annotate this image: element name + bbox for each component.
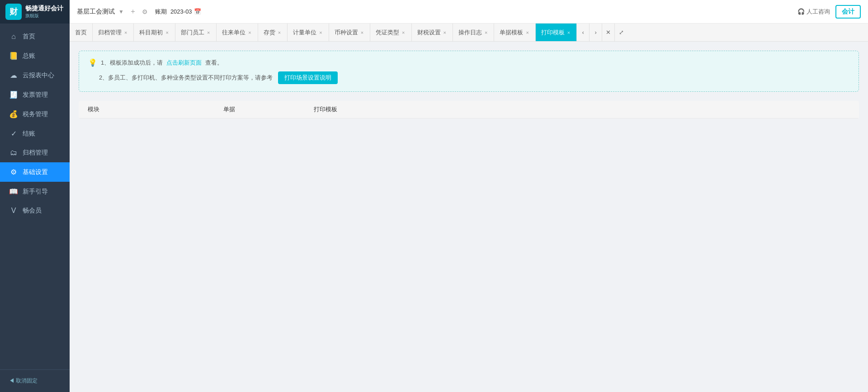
tab-close-unit[interactable]: × (318, 29, 323, 36)
expand-icon: ⤢ (619, 29, 624, 36)
logo-subtitle: 旗舰版 (25, 13, 63, 19)
tab-close-all[interactable]: ✕ (602, 24, 615, 42)
topbar: 基层工会测试 ▼ ＋ ⚙ 账期 2023-03 📅 🎧 人工咨询 会计 (70, 0, 868, 24)
tab-inventory[interactable]: 存货× (258, 24, 288, 42)
sidebar-item-invoice[interactable]: 🧾发票管理 (0, 85, 70, 104)
tab-close-subject[interactable]: × (165, 29, 169, 36)
tab-expand[interactable]: ⤢ (615, 24, 627, 42)
add-company-button[interactable]: ＋ (127, 5, 138, 18)
sidebar-item-settings[interactable]: ⚙基础设置 (0, 162, 70, 182)
sidebar-item-guide[interactable]: 📖新手引导 (0, 182, 70, 201)
info-row-2: 2、多员工、多打印机、多种业务类型设置不同打印方案等，请参考 打印场景设置说明 (88, 71, 849, 84)
tab-currency[interactable]: 币种设置× (329, 24, 370, 42)
sidebar: 财 畅捷通好会计 旗舰版 ⌂首页📒总账☁云报表中心🧾发票管理💰税务管理✓结账🗂归… (0, 0, 70, 392)
tab-close-inventory[interactable]: × (277, 29, 282, 36)
tab-unit[interactable]: 计量单位× (288, 24, 329, 42)
tab-label-home: 首页 (75, 28, 87, 37)
lightbulb-icon: 💡 (88, 58, 97, 67)
info-row-1: 💡 1、模板添加成功后，请 点击刷新页面 查看。 (88, 58, 849, 67)
calendar-icon[interactable]: 📅 (194, 8, 201, 15)
reports-icon: ☁ (9, 71, 18, 80)
kuaiji-button[interactable]: 会计 (835, 5, 861, 19)
sidebar-label-home: 首页 (23, 33, 35, 41)
archive-icon: 🗂 (9, 149, 18, 157)
tab-dept[interactable]: 部门员工× (175, 24, 217, 42)
chevron-left-icon: ‹ (582, 29, 584, 36)
period-value: 2023-03 (170, 8, 192, 15)
tab-close-archive[interactable]: × (123, 29, 128, 36)
tab-label-voucher_template: 单据模板 (500, 28, 523, 37)
tab-close-operation_log[interactable]: × (484, 29, 488, 36)
settings-icon[interactable]: ⚙ (142, 8, 148, 15)
tab-scroll-left[interactable]: ‹ (577, 24, 590, 42)
tab-close-print_template[interactable]: × (566, 29, 571, 36)
sidebar-item-home[interactable]: ⌂首页 (0, 27, 70, 46)
col-module-header: 模块 (79, 105, 214, 113)
tab-label-archive: 归档管理 (98, 28, 122, 37)
topbar-right: 🎧 人工咨询 会计 (797, 5, 861, 19)
sidebar-item-ledger[interactable]: 📒总账 (0, 46, 70, 66)
sidebar-item-close[interactable]: ✓结账 (0, 124, 70, 143)
settings-icon: ⚙ (9, 168, 18, 176)
tab-label-currency: 币种设置 (335, 28, 358, 37)
tab-print_template[interactable]: 打印模板× (536, 24, 577, 42)
info-line2-prefix: 2、多员工、多打印机、多种业务类型设置不同打印方案等，请参考 (99, 74, 273, 82)
sidebar-label-archive: 归档管理 (23, 149, 48, 157)
tab-label-voucher_type: 凭证类型 (376, 28, 399, 37)
main-content: 隐藏预置模板设置 💡 1、模板添加成功后，请 点击刷新页面 查看。 2、多员工、… (70, 42, 868, 392)
logo-text: 畅捷通好会计 旗舰版 (25, 5, 63, 19)
tab-archive[interactable]: 归档管理× (93, 24, 134, 42)
home-icon: ⌂ (9, 33, 18, 41)
tab-close-currency[interactable]: × (360, 29, 364, 36)
info-line1-suffix: 查看。 (205, 59, 223, 67)
tab-label-unit: 计量单位 (293, 28, 316, 37)
logo: 财 畅捷通好会计 旗舰版 (0, 0, 70, 24)
sidebar-item-member[interactable]: V畅会员 (0, 201, 70, 220)
tab-partner[interactable]: 往来单位× (217, 24, 258, 42)
service-button[interactable]: 🎧 人工咨询 (797, 8, 830, 16)
tab-tax_settings[interactable]: 财税设置× (412, 24, 453, 42)
service-label: 人工咨询 (807, 8, 830, 16)
tab-home[interactable]: 首页 (70, 24, 93, 42)
sidebar-label-tax: 税务管理 (23, 110, 48, 118)
tab-close-tax_settings[interactable]: × (443, 29, 447, 36)
info-box: 💡 1、模板添加成功后，请 点击刷新页面 查看。 2、多员工、多打印机、多种业务… (79, 51, 859, 92)
sidebar-item-reports[interactable]: ☁云报表中心 (0, 66, 70, 85)
tab-voucher_type[interactable]: 凭证类型× (370, 24, 411, 42)
tab-scroll-right[interactable]: › (590, 24, 602, 42)
sidebar-label-close: 结账 (23, 130, 35, 138)
tab-label-subject: 科目期初 (139, 28, 163, 37)
tab-operation_log[interactable]: 操作日志× (453, 24, 494, 42)
col-template-header: 打印模板 (305, 105, 859, 113)
tab-close-voucher_type[interactable]: × (401, 29, 406, 36)
headset-icon: 🎧 (797, 8, 805, 15)
refresh-link[interactable]: 点击刷新页面 (166, 59, 202, 67)
tab-close-voucher_template[interactable]: × (525, 29, 529, 36)
tab-subject[interactable]: 科目期初× (134, 24, 175, 42)
tab-label-inventory: 存货 (264, 28, 275, 37)
sidebar-nav: ⌂首页📒总账☁云报表中心🧾发票管理💰税务管理✓结账🗂归档管理⚙基础设置📖新手引导… (0, 24, 70, 369)
unpin-button[interactable]: ◀ 取消固定 (0, 369, 70, 392)
tab-close-partner[interactable]: × (247, 29, 252, 36)
invoice-icon: 🧾 (9, 90, 18, 99)
sidebar-label-member: 畅会员 (23, 207, 42, 215)
sidebar-label-invoice: 发票管理 (23, 91, 48, 99)
company-dropdown[interactable]: ▼ (118, 9, 124, 15)
sidebar-item-tax[interactable]: 💰税务管理 (0, 104, 70, 124)
tabbar: 首页归档管理×科目期初×部门员工×往来单位×存货×计量单位×币种设置×凭证类型×… (70, 24, 868, 42)
guide-icon: 📖 (9, 187, 18, 196)
close-all-icon: ✕ (606, 29, 611, 36)
chevron-right-icon: › (595, 29, 597, 36)
tab-voucher_template[interactable]: 单据模板× (494, 24, 535, 42)
table-header: 模块 单据 打印模板 (79, 101, 859, 118)
close-icon: ✓ (9, 129, 18, 138)
sidebar-label-ledger: 总账 (23, 52, 35, 60)
sidebar-item-archive[interactable]: 🗂归档管理 (0, 143, 70, 162)
sidebar-label-reports: 云报表中心 (23, 71, 54, 80)
print-scene-button[interactable]: 打印场景设置说明 (278, 71, 338, 84)
col-voucher-header: 单据 (214, 105, 305, 113)
tab-close-dept[interactable]: × (206, 29, 211, 36)
tab-label-print_template: 打印模板 (541, 28, 565, 37)
member-icon: V (9, 207, 18, 215)
company-name: 基层工会测试 (77, 8, 115, 16)
